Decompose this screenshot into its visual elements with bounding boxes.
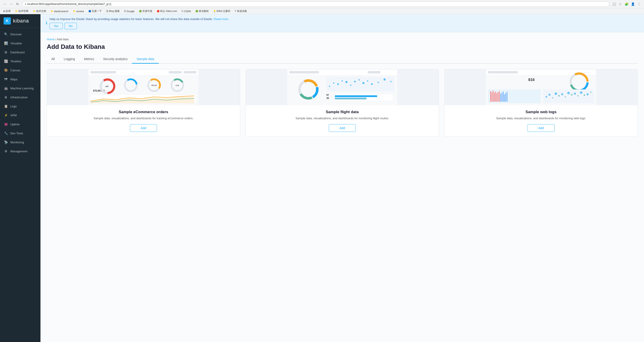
bookmark-idea[interactable]: 💡 IDEA 注册码 bbox=[212, 9, 231, 13]
card-title-flight: Sample flight data bbox=[250, 110, 434, 114]
bookmark-oschina[interactable]: 🟢 开源中国 bbox=[138, 9, 153, 13]
sidebar-item-uptime[interactable]: 💓 Uptime bbox=[0, 120, 40, 129]
notice-banner: ℹ Help us improve the Elastic Stack by p… bbox=[40, 14, 644, 32]
bing-icon: Ⓑ bbox=[106, 10, 108, 13]
main-content: ℹ Help us improve the Elastic Stack by p… bbox=[40, 14, 644, 342]
sidebar: K kibana 🔍 Discover 📊 Visualize ⊞ Dashbo… bbox=[0, 14, 40, 342]
tab-all[interactable]: All bbox=[47, 55, 59, 64]
sidebar-item-visualize[interactable]: 📊 Visualize bbox=[0, 39, 40, 48]
folder-icon-4: 📁 bbox=[73, 10, 76, 12]
sidebar-item-label-discover: Discover bbox=[10, 33, 22, 36]
card-desc-flight: Sample data, visualizations, and dashboa… bbox=[250, 116, 434, 121]
forward-button[interactable]: → bbox=[8, 1, 14, 7]
svg-rect-66 bbox=[503, 92, 504, 102]
bookmark-youdao[interactable]: Y 有道词典 bbox=[234, 9, 248, 13]
back-button[interactable]: ← bbox=[2, 1, 8, 7]
notice-read-more-link[interactable]: Read more bbox=[214, 17, 228, 21]
baidu-icon: 🔵 bbox=[88, 10, 91, 12]
notice-text: Help us improve the Elastic Stack by pro… bbox=[50, 17, 228, 21]
svg-point-79 bbox=[571, 94, 573, 96]
tab-logging[interactable]: Logging bbox=[59, 55, 80, 64]
card-ecommerce: $76,893.72 147 $73.19 bbox=[47, 69, 240, 137]
tab-metrics[interactable]: Metrics bbox=[80, 55, 98, 64]
url-text: localhost:5601/app/kibana#/home/tutorial… bbox=[27, 3, 111, 6]
browser-chrome: ← → ↻ ℹ localhost:5601/app/kibana#/home/… bbox=[0, 0, 644, 8]
tab-sample-data[interactable]: Sample data bbox=[132, 55, 159, 64]
card-add-button-weblogs[interactable]: Add bbox=[528, 124, 554, 132]
breadcrumb-home-link[interactable]: Home bbox=[47, 38, 55, 41]
bookmark-bing[interactable]: Ⓑ Bing 搜索 bbox=[105, 9, 120, 13]
sidebar-nav: 🔍 Discover 📊 Visualize ⊞ Dashboard 📈 Tim… bbox=[0, 28, 40, 342]
svg-point-29 bbox=[333, 82, 334, 84]
profile-button[interactable]: 👤 bbox=[630, 1, 636, 7]
svg-point-39 bbox=[378, 82, 379, 83]
maps-icon: 🗺 bbox=[4, 77, 8, 82]
bookmark-google[interactable]: G Google bbox=[123, 10, 135, 13]
folder-icon-3: 📁 bbox=[50, 10, 53, 12]
address-bar[interactable]: ℹ localhost:5601/app/kibana#/home/tutori… bbox=[22, 1, 609, 7]
bookmark-techsite[interactable]: 📁 技术官网 bbox=[14, 9, 29, 13]
svg-point-84 bbox=[586, 93, 588, 95]
bookmark-runoob[interactable]: 🟢 菜鸟教程 bbox=[194, 9, 210, 13]
bookmark-apps[interactable]: ⊞ 应用 bbox=[2, 9, 12, 13]
svg-text:816: 816 bbox=[528, 78, 535, 82]
google-icon: G bbox=[124, 10, 126, 12]
sidebar-item-timelion[interactable]: 📈 Timelion bbox=[0, 57, 40, 66]
bookmark-baidu[interactable]: 🔵 百度一下 bbox=[88, 9, 102, 13]
breadcrumb: Home / Add data bbox=[47, 38, 638, 41]
svg-rect-22 bbox=[368, 71, 380, 74]
screenshot-button[interactable]: ⬜ bbox=[611, 1, 616, 7]
svg-text:147: 147 bbox=[106, 85, 108, 88]
card-desc-ecommerce: Sample data, visualizations, and dashboa… bbox=[52, 116, 236, 121]
svg-text:2.16: 2.16 bbox=[176, 84, 179, 86]
sidebar-item-dashboard[interactable]: ⊞ Dashboard bbox=[0, 48, 40, 57]
sidebar-item-machine-learning[interactable]: 🤖 Machine Learning bbox=[0, 84, 40, 93]
sidebar-item-infrastructure[interactable]: 🖥 Infrastructure bbox=[0, 93, 40, 102]
bookmark-eureka[interactable]: 📁 eureka bbox=[72, 10, 85, 13]
svg-point-38 bbox=[371, 83, 373, 85]
svg-point-71 bbox=[546, 96, 547, 98]
page-content: Home / Add data Add Data to Kibana All L… bbox=[40, 32, 644, 342]
gitee-icon: 🔴 bbox=[157, 10, 160, 12]
bookmark-button[interactable]: ☆ bbox=[618, 1, 623, 7]
more-button[interactable]: ⋮ bbox=[636, 1, 642, 7]
sidebar-item-monitoring[interactable]: 📡 Monitoring bbox=[0, 138, 40, 147]
svg-point-41 bbox=[390, 81, 392, 82]
bookmark-elasticsearch[interactable]: 📁 elasticsearch bbox=[50, 10, 69, 13]
sidebar-item-management[interactable]: ⚙ Management bbox=[0, 147, 40, 156]
sidebar-item-label-logs: Logs bbox=[10, 105, 17, 108]
notice-yes-button[interactable]: Yes bbox=[50, 23, 63, 29]
sidebar-item-logs[interactable]: 📋 Logs bbox=[0, 102, 40, 111]
notice-banner-inner: Help us improve the Elastic Stack by pro… bbox=[50, 17, 638, 29]
svg-point-32 bbox=[346, 81, 348, 83]
svg-rect-65 bbox=[502, 93, 502, 102]
reload-button[interactable]: ↻ bbox=[15, 1, 20, 7]
notice-no-button[interactable]: No bbox=[64, 23, 77, 29]
sidebar-item-maps[interactable]: 🗺 Maps bbox=[0, 75, 40, 84]
bookmark-csdn[interactable]: C CSDN bbox=[180, 10, 192, 13]
card-desc-weblogs: Sample data, visualizations, and dashboa… bbox=[449, 116, 633, 121]
tab-security-analytics[interactable]: Security analytics bbox=[99, 55, 132, 64]
sidebar-item-apm[interactable]: ⚡ APM bbox=[0, 111, 40, 120]
svg-rect-70 bbox=[543, 89, 594, 103]
card-add-button-flight[interactable]: Add bbox=[329, 124, 356, 132]
svg-rect-44 bbox=[334, 94, 393, 101]
extensions-button[interactable]: 🧩 bbox=[624, 1, 629, 7]
card-title-ecommerce: Sample eCommerce orders bbox=[52, 110, 236, 114]
bookmark-techdoc[interactable]: 📁 技术文档 bbox=[32, 9, 47, 13]
sidebar-item-canvas[interactable]: 🎨 Canvas bbox=[0, 66, 40, 75]
svg-point-80 bbox=[574, 93, 576, 95]
sidebar-item-discover[interactable]: 🔍 Discover bbox=[0, 30, 40, 39]
sidebar-item-label-infra: Infrastructure bbox=[10, 96, 28, 99]
sidebar-item-devtools[interactable]: 🔧 Dev Tools bbox=[0, 129, 40, 138]
bookmarks-bar: ⊞ 应用 📁 技术官网 📁 技术文档 📁 elasticsearch 📁 eur… bbox=[0, 8, 644, 14]
apps-icon: ⊞ bbox=[3, 10, 5, 12]
sidebar-item-label-maps: Maps bbox=[10, 78, 18, 81]
svg-point-34 bbox=[354, 81, 356, 83]
card-add-button-ecommerce[interactable]: Add bbox=[130, 124, 157, 132]
sidebar-item-label-canvas: Canvas bbox=[10, 69, 20, 72]
bookmark-gitee[interactable]: 🔴 码云 Gitee.com bbox=[156, 9, 178, 13]
page-title: Add Data to Kibana bbox=[47, 43, 638, 50]
card-body-flight: Sample flight data Sample data, visualiz… bbox=[246, 105, 439, 136]
svg-rect-46 bbox=[335, 98, 366, 100]
